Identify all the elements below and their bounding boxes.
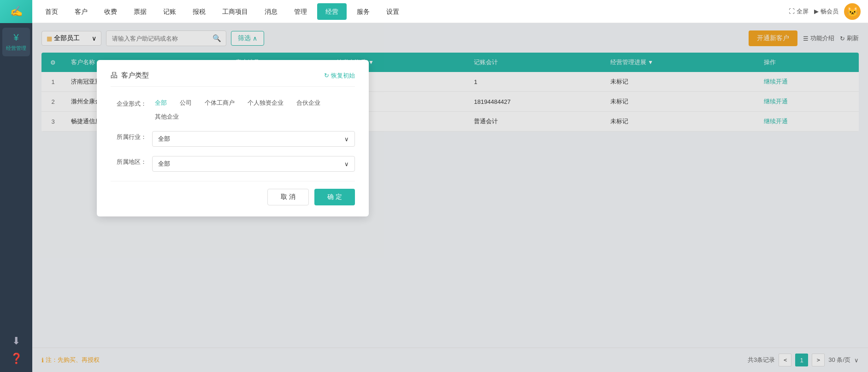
enterprise-option-3[interactable]: 个人独资企业 <box>245 98 286 108</box>
enterprise-options: 全部公司个体工商户个人独资企业合伙企业其他企业 <box>152 98 355 122</box>
region-dropdown-icon: ∨ <box>344 161 349 168</box>
nav-bookkeep[interactable]: 记账 <box>155 0 184 23</box>
modal-header: 品 客户类型 ↻ 恢复初始 <box>111 71 355 87</box>
nav-bill[interactable]: 票据 <box>125 0 155 23</box>
modal-reset-btn[interactable]: ↻ 恢复初始 <box>324 72 355 80</box>
industry-form-row: 所属行业： 全部 ∨ <box>111 131 355 147</box>
nav-right: ⛶ 全屏 ▶ 畅会员 🐱 <box>789 3 868 20</box>
nav-business[interactable]: 工商项目 <box>214 0 256 23</box>
region-select-container: 全部 ∨ <box>152 156 355 172</box>
enterprise-option-1[interactable]: 公司 <box>177 98 195 108</box>
sidebar: ¥ 经营管理 ⬇ ❓ <box>0 23 32 372</box>
filter-modal: 品 客户类型 ↻ 恢复初始 企业形式： 全部公司个体工商户个人独资企业合伙企业其… <box>97 60 369 216</box>
enterprise-form-label: 企业形式： <box>111 98 152 108</box>
nav-settings[interactable]: 设置 <box>378 0 407 23</box>
nav-items: 首页 客户 收费 票据 记账 报税 工商项目 消息 管理 经营 服务 设置 <box>32 0 789 23</box>
industry-label: 所属行业： <box>111 131 152 141</box>
top-nav: ✍ 首页 客户 收费 票据 记账 报税 工商项目 消息 管理 经营 服务 设置 … <box>0 0 868 23</box>
sidebar-download[interactable]: ⬇ <box>12 335 20 347</box>
enterprise-option-5[interactable]: 其他企业 <box>152 112 182 122</box>
fullscreen-btn[interactable]: ⛶ 全屏 <box>789 7 809 16</box>
industry-select[interactable]: 全部 ∨ <box>152 131 355 147</box>
nav-customer[interactable]: 客户 <box>66 0 96 23</box>
sidebar-item-operation[interactable]: ¥ 经营管理 <box>2 28 30 56</box>
region-label: 所属地区： <box>111 156 152 166</box>
logo: ✍ <box>0 0 32 23</box>
enterprise-option-4[interactable]: 合伙企业 <box>294 98 323 108</box>
enterprise-option-2[interactable]: 个体工商户 <box>202 98 237 108</box>
logo-icon: ✍ <box>10 6 23 18</box>
modal-overlay: 品 客户类型 ↻ 恢复初始 企业形式： 全部公司个体工商户个人独资企业合伙企业其… <box>32 23 868 372</box>
modal-title: 品 客户类型 <box>111 71 149 80</box>
nav-home[interactable]: 首页 <box>37 0 66 23</box>
nav-manage[interactable]: 管理 <box>286 0 315 23</box>
sidebar-help[interactable]: ❓ <box>10 353 23 365</box>
industry-dropdown-icon: ∨ <box>344 136 349 143</box>
vip-btn[interactable]: ▶ 畅会员 <box>814 7 838 16</box>
vip-icon: ▶ <box>814 8 819 15</box>
modal-footer: 取 消 确 定 <box>111 181 355 205</box>
nav-message[interactable]: 消息 <box>256 0 286 23</box>
region-select[interactable]: 全部 ∨ <box>152 156 355 172</box>
fullscreen-icon: ⛶ <box>789 8 795 15</box>
cancel-button[interactable]: 取 消 <box>267 189 309 205</box>
avatar[interactable]: 🐱 <box>844 3 861 20</box>
nav-operation[interactable]: 经营 <box>317 3 347 20</box>
region-form-row: 所属地区： 全部 ∨ <box>111 156 355 172</box>
modal-title-icon: 品 <box>111 71 118 80</box>
nav-fee[interactable]: 收费 <box>96 0 125 23</box>
enterprise-form-row: 企业形式： 全部公司个体工商户个人独资企业合伙企业其他企业 <box>111 98 355 122</box>
nav-tax[interactable]: 报税 <box>184 0 214 23</box>
confirm-button[interactable]: 确 定 <box>314 189 355 205</box>
reset-icon: ↻ <box>324 72 329 79</box>
sidebar-bottom: ⬇ ❓ <box>10 335 23 365</box>
nav-service[interactable]: 服务 <box>348 0 378 23</box>
sidebar-icon-money: ¥ <box>13 32 18 43</box>
industry-select-container: 全部 ∨ <box>152 131 355 147</box>
enterprise-option-0[interactable]: 全部 <box>152 98 170 108</box>
